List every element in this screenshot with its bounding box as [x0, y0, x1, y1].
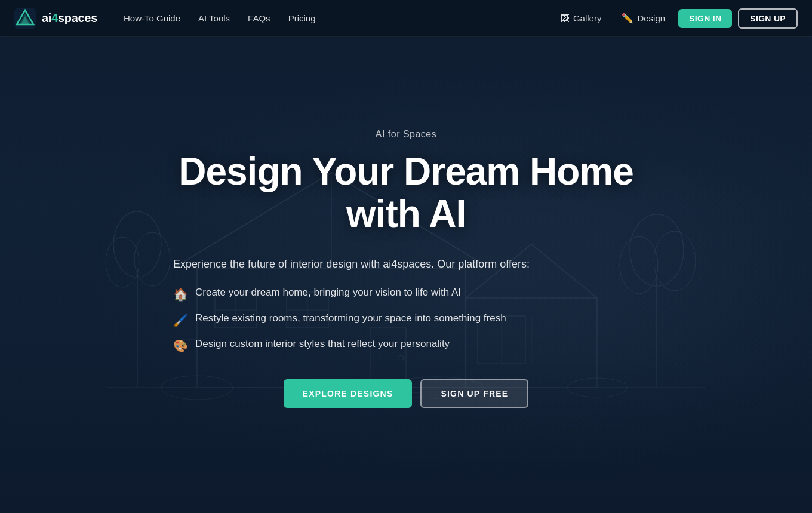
nav-link-pricing[interactable]: Pricing	[281, 10, 323, 27]
nav-link-faqs[interactable]: FAQs	[241, 10, 278, 27]
gallery-label: Gallery	[573, 13, 602, 23]
gallery-icon: 🖼	[560, 13, 570, 24]
hero-title: Design Your Dream Home with AI	[173, 150, 639, 235]
feature-icon-house: 🏠	[173, 286, 188, 303]
feature-item-3: 🎨 Design custom interior styles that ref…	[173, 337, 639, 354]
feature-text-3: Design custom interior styles that refle…	[195, 337, 450, 351]
feature-text-2: Restyle existing rooms, transforming you…	[195, 311, 506, 325]
logo[interactable]: ai4spaces	[14, 8, 97, 29]
signin-button[interactable]: SIGN IN	[678, 9, 732, 28]
hero-section: AI for Spaces Design Your Dream Home wit…	[0, 0, 812, 513]
feature-item-1: 🏠 Create your dream home, bringing your …	[173, 285, 639, 303]
logo-icon	[14, 8, 36, 29]
hero-content: AI for Spaces Design Your Dream Home wit…	[149, 129, 663, 408]
design-icon: ✏️	[622, 13, 633, 24]
logo-text: ai4spaces	[42, 11, 97, 25]
hero-description: Experience the future of interior design…	[173, 256, 639, 272]
nav-link-how-to-guide[interactable]: How-To Guide	[116, 10, 187, 27]
feature-icon-palette: 🎨	[173, 337, 188, 354]
feature-text-1: Create your dream home, bringing your vi…	[195, 285, 461, 300]
signup-button[interactable]: SIGN UP	[738, 8, 798, 29]
navbar-left: ai4spaces How-To Guide AI Tools FAQs Pri…	[14, 8, 322, 29]
design-link[interactable]: ✏️ Design	[614, 9, 672, 27]
hero-eyebrow: AI for Spaces	[173, 129, 639, 140]
gallery-link[interactable]: 🖼 Gallery	[553, 10, 609, 27]
design-label: Design	[637, 13, 665, 23]
hero-features-list: 🏠 Create your dream home, bringing your …	[173, 285, 639, 354]
nav-links: How-To Guide AI Tools FAQs Pricing	[116, 10, 323, 27]
nav-link-ai-tools[interactable]: AI Tools	[191, 10, 237, 27]
navbar: ai4spaces How-To Guide AI Tools FAQs Pri…	[0, 0, 812, 37]
feature-icon-brush: 🖌️	[173, 312, 188, 328]
signup-free-button[interactable]: SIGN UP FREE	[420, 379, 528, 408]
hero-cta: EXPLORE DESIGNS SIGN UP FREE	[173, 379, 639, 408]
feature-item-2: 🖌️ Restyle existing rooms, transforming …	[173, 311, 639, 328]
explore-designs-button[interactable]: EXPLORE DESIGNS	[284, 379, 413, 408]
navbar-right: 🖼 Gallery ✏️ Design SIGN IN SIGN UP	[553, 8, 798, 29]
